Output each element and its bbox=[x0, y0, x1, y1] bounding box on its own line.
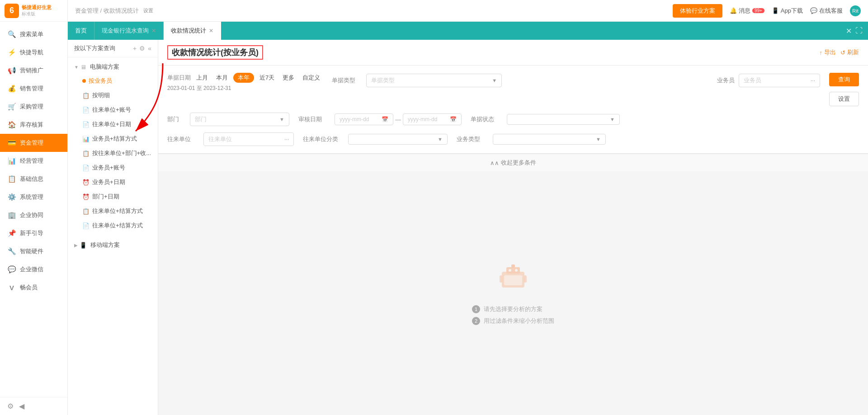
svg-point-4 bbox=[515, 269, 518, 272]
close-window-icon[interactable]: ✕ bbox=[846, 27, 852, 35]
collapse-bar[interactable]: ∧∧ 收起更多条件 bbox=[158, 154, 868, 171]
online-service-btn[interactable]: 💬 在线客服 bbox=[810, 7, 843, 15]
refresh-button[interactable]: ↺ 刷新 bbox=[840, 48, 859, 57]
review-date-from-placeholder: yyyy-mm-dd bbox=[340, 116, 369, 123]
tab-home[interactable]: 首页 bbox=[68, 22, 94, 40]
sidebar-item-wechat[interactable]: 💬 企业微信 bbox=[0, 260, 67, 278]
avatar: Rit bbox=[850, 5, 861, 16]
step-1-text: 请先选择要分析的方案 bbox=[484, 305, 542, 313]
trial-button[interactable]: 体验行业方案 bbox=[673, 4, 722, 18]
biz-type-select[interactable]: ▼ bbox=[493, 134, 606, 145]
scheme-item-salesperson-date[interactable]: ⏰ 业务员+日期 bbox=[68, 175, 158, 189]
sidebar-item-label: 企业协同 bbox=[20, 211, 43, 219]
sidebar-item-quick-nav[interactable]: ⚡ 快捷导航 bbox=[0, 43, 67, 61]
scheme-group-mobile-title[interactable]: ▶ 📱 移动端方案 bbox=[68, 238, 158, 252]
settings-button[interactable]: 设置 bbox=[829, 92, 859, 106]
sidebar-item-label: 新手引导 bbox=[20, 229, 43, 237]
unit-settle2-icon: 📄 bbox=[82, 222, 90, 229]
export-icon: ↑ bbox=[820, 49, 823, 56]
review-date-to-cal-icon: 📅 bbox=[450, 116, 457, 123]
sidebar-item-search-menu[interactable]: 🔍 搜索菜单 bbox=[0, 25, 67, 43]
scheme-item-dept-date[interactable]: ⏰ 部门+日期 bbox=[68, 189, 158, 204]
scheme-item-unit-settle2[interactable]: 📄 往来单位+结算方式 bbox=[68, 218, 158, 233]
guide-icon: 📌 bbox=[7, 229, 16, 238]
sidebar-item-basic-info[interactable]: 📋 基础信息 bbox=[0, 170, 67, 188]
counterpart-cat-select[interactable]: ▼ bbox=[348, 134, 448, 145]
scheme-item-unit-settle1[interactable]: 📋 往来单位+结算方式 bbox=[68, 204, 158, 218]
user-avatar[interactable]: Rit bbox=[850, 5, 861, 16]
maximize-window-icon[interactable]: ⛶ bbox=[855, 27, 863, 35]
review-date-to[interactable]: yyyy-mm-dd 📅 bbox=[403, 113, 462, 125]
scheme-group-mobile: ▶ 📱 移动端方案 bbox=[68, 236, 158, 255]
salesperson-more-icon[interactable]: ··· bbox=[811, 77, 815, 84]
notification-badge: 99+ bbox=[752, 8, 764, 13]
logo-text: 畅捷通好生意 bbox=[22, 4, 52, 11]
doc-status-select[interactable]: ▼ bbox=[507, 114, 620, 125]
scheme-group-desktop-title[interactable]: ▼ 🖥 电脑端方案 bbox=[68, 60, 158, 74]
desktop-expand-icon: ▼ bbox=[74, 65, 79, 70]
scheme-item-unit-account[interactable]: 📄 往来单位+账号 bbox=[68, 103, 158, 117]
online-service-icon: 💬 bbox=[810, 7, 817, 14]
sidebar-item-purchase[interactable]: 🛒 采购管理 bbox=[0, 98, 67, 116]
sidebar-item-operations[interactable]: 📊 经营管理 bbox=[0, 152, 67, 170]
purchase-icon: 🛒 bbox=[7, 102, 16, 111]
tab-bank-flow-label: 现金银行流水查询 bbox=[102, 27, 149, 35]
scheme-item-salesperson-settle[interactable]: 📊 业务员+结算方式 bbox=[68, 132, 158, 146]
scheme-item-by-salesperson[interactable]: 按业务员 bbox=[68, 74, 158, 88]
query-button[interactable]: 查询 bbox=[829, 73, 859, 86]
sidebar-item-system[interactable]: ⚙️ 系统管理 bbox=[0, 188, 67, 206]
date-this-year[interactable]: 本年 bbox=[233, 73, 254, 83]
scheme-item-unit-dept-receipt[interactable]: 📋 按往来单位+部门+收... bbox=[68, 146, 158, 160]
main-area: 资金管理 / 收款情况统计 设置 体验行业方案 🔔 消息 99+ 📱 App下载… bbox=[68, 0, 868, 415]
tab-bank-flow[interactable]: 现金银行流水查询 ✕ bbox=[94, 22, 164, 40]
scheme-item-by-detail[interactable]: 📋 按明细 bbox=[68, 88, 158, 103]
salesperson-label: 业务员 bbox=[717, 76, 735, 85]
quick-nav-icon: ⚡ bbox=[7, 48, 16, 57]
scheme-item-salesperson-account[interactable]: 📄 业务员+账号 bbox=[68, 160, 158, 175]
svg-point-3 bbox=[509, 269, 511, 272]
scheme-settings-icon[interactable]: ⚙ bbox=[139, 45, 145, 52]
notification-icon: 🔔 bbox=[730, 7, 737, 14]
sidebar-item-inventory[interactable]: 🏠 库存核算 bbox=[0, 116, 67, 134]
date-7days[interactable]: 近7天 bbox=[257, 73, 277, 83]
scheme-collapse-icon[interactable]: « bbox=[148, 45, 151, 52]
counterpart-label: 往来单位 bbox=[167, 135, 194, 143]
tab-bank-flow-close[interactable]: ✕ bbox=[151, 28, 156, 34]
tab-actions: ✕ ⛶ bbox=[846, 27, 868, 35]
unit-dept-icon: 📋 bbox=[82, 150, 90, 157]
dept-select[interactable]: 部门 ▼ bbox=[190, 113, 289, 126]
sidebar-item-vip[interactable]: V 畅会员 bbox=[0, 278, 67, 297]
date-more[interactable]: 更多 bbox=[280, 73, 297, 83]
collapse-sidebar-icon[interactable]: ◀ bbox=[19, 402, 24, 410]
doc-type-select[interactable]: 单据类型 ▼ bbox=[366, 74, 502, 87]
date-this-month[interactable]: 本月 bbox=[213, 73, 231, 83]
review-date-from[interactable]: yyyy-mm-dd 📅 bbox=[335, 113, 393, 125]
date-custom[interactable]: 自定义 bbox=[300, 73, 323, 83]
scheme-add-icon[interactable]: + bbox=[133, 45, 137, 52]
counterpart-select[interactable]: 往来单位 ··· bbox=[203, 132, 294, 146]
sidebar-item-funds[interactable]: 💳 资金管理 bbox=[0, 134, 67, 152]
sidebar-item-marketing[interactable]: 📢 营销推广 bbox=[0, 61, 67, 80]
sidebar-item-enterprise[interactable]: 🏢 企业协同 bbox=[0, 206, 67, 224]
sidebar-item-label: 经营管理 bbox=[20, 157, 43, 165]
gear-button[interactable]: 设置 bbox=[143, 7, 153, 14]
scheme-item-unit-date[interactable]: 📄 往来单位+日期 bbox=[68, 117, 158, 132]
salesperson-select[interactable]: 业务员 ··· bbox=[739, 74, 820, 87]
sidebar-item-smart-hw[interactable]: 🔧 智能硬件 bbox=[0, 242, 67, 260]
sidebar-item-guide[interactable]: 📌 新手引导 bbox=[0, 224, 67, 242]
sidebar-item-label: 库存核算 bbox=[20, 121, 43, 129]
tab-receipt-stats-close[interactable]: ✕ bbox=[209, 28, 213, 34]
notifications-btn[interactable]: 🔔 消息 99+ bbox=[730, 7, 764, 15]
logo-icon: 6 bbox=[5, 4, 19, 18]
page-header: 收款情况统计(按业务员) ↑ 导出 ↺ 刷新 bbox=[158, 40, 868, 66]
breadcrumb: 资金管理 / 收款情况统计 bbox=[75, 7, 139, 15]
filter-panel: 单据日期 上月 本月 本年 近7天 更多 自定义 2023-01-01 至 20… bbox=[158, 66, 868, 154]
tab-receipt-stats[interactable]: 收款情况统计 ✕ bbox=[164, 22, 221, 40]
settings-icon[interactable]: ⚙ bbox=[7, 402, 14, 410]
sidebar-item-sales[interactable]: 💰 销售管理 bbox=[0, 80, 67, 98]
date-last-month[interactable]: 上月 bbox=[193, 73, 211, 83]
export-button[interactable]: ↑ 导出 bbox=[820, 48, 836, 57]
tab-receipt-stats-label: 收款情况统计 bbox=[171, 27, 206, 35]
app-download-btn[interactable]: 📱 App下载 bbox=[772, 7, 803, 15]
counterpart-more-icon[interactable]: ··· bbox=[284, 136, 289, 142]
